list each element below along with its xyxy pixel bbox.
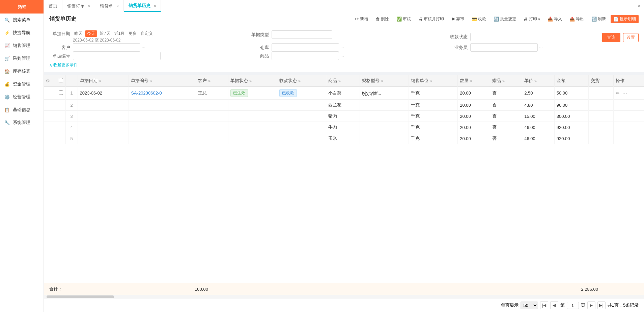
sidebar-item-purchase-mgmt[interactable]: 🛒 采购管理 <box>0 52 44 65</box>
more-icon[interactable]: ⋯ <box>622 90 627 96</box>
qty-sort-icon[interactable]: ⇅ <box>470 79 472 83</box>
tab-home[interactable]: 首页 <box>44 0 62 12</box>
orderno-input[interactable] <box>73 52 161 60</box>
filter-salesperson-cell: 业务员 ··· <box>447 43 639 52</box>
money-icon: 💰 <box>4 81 10 87</box>
cell-date: 2023-06-02 <box>78 87 129 100</box>
select-all-checkbox[interactable] <box>59 78 63 82</box>
cell-settings <box>44 133 56 144</box>
new-button[interactable]: + + 新增 <box>352 15 371 23</box>
sidebar-item-basic-info[interactable]: 📋 基础信息 <box>0 103 44 116</box>
goods-dots[interactable]: ··· <box>340 53 344 58</box>
tab-bar-close[interactable]: × <box>638 3 644 9</box>
spec-sort-icon[interactable]: ⇅ <box>381 79 383 83</box>
display-detail-button[interactable]: 📄 显示明细 <box>611 15 639 23</box>
pagination: 每页显示 20 50 100 |◀ ◀ 第 页 ▶ ▶| 共1页，5条记录 <box>44 298 644 312</box>
tab-sales-history-label: 销货单历史 <box>129 3 150 9</box>
data-table: ⚙ 单据日期 ⇅ <box>44 75 644 144</box>
order-status-sort-icon[interactable]: ⇅ <box>249 79 252 83</box>
col-checkbox-header <box>56 75 65 87</box>
shortcut-7days[interactable]: 近7天 <box>99 30 112 37</box>
warehouse-input[interactable] <box>272 43 339 52</box>
tab-sales-goods-close[interactable]: × <box>116 4 118 8</box>
sidebar-item-label: 搜索菜单 <box>13 17 30 23</box>
last-page-button[interactable]: ▶| <box>597 301 606 309</box>
sidebar-item-system-mgmt[interactable]: 🔧 系统管理 <box>0 116 44 129</box>
warehouse-dots[interactable]: ··· <box>340 45 344 50</box>
next-page-button[interactable]: ▶ <box>587 301 595 309</box>
horizontal-scrollbar[interactable] <box>44 295 644 298</box>
tab-sales-history[interactable]: 销货单历史 × <box>124 0 161 12</box>
type-select[interactable] <box>272 30 332 39</box>
tab-sales-goods[interactable]: 销货单 × <box>95 0 123 12</box>
sidebar-item-label: 资金管理 <box>13 81 30 87</box>
page-header: 销货单历史 + + 新增 🗑 删除 ✅ 审核 🖨 审核并打印 <box>44 12 644 26</box>
refresh-button[interactable]: 🔃 刷新 <box>589 15 609 23</box>
sidebar-item-inventory[interactable]: 🏠 库存核算 <box>0 65 44 78</box>
customer-sort-icon[interactable]: ⇅ <box>208 79 211 83</box>
sidebar-item-label: 基础信息 <box>13 107 30 113</box>
first-page-button[interactable]: |◀ <box>540 301 548 309</box>
warehouse-label: 仓库 <box>248 45 272 51</box>
sidebar-item-ops-mgmt[interactable]: ⚙️ 经营管理 <box>0 90 44 103</box>
export-button[interactable]: 📤 导出 <box>567 15 587 23</box>
table-row: 1 2023-06-02 SA-20230602-0 王总 已生效 已收款 小白… <box>44 87 644 100</box>
audit-button[interactable]: ✅ 审核 <box>394 15 414 23</box>
clipboard-icon: 📋 <box>4 107 10 113</box>
page-size-select[interactable]: 20 50 100 <box>521 302 538 309</box>
unit-sort-icon[interactable]: ⇅ <box>429 79 432 83</box>
tab-sales-order-close[interactable]: × <box>88 4 90 8</box>
table-settings-icon[interactable]: ⚙ <box>46 78 50 83</box>
cell-order-status <box>228 100 277 111</box>
salesperson-input[interactable] <box>470 43 538 52</box>
cell-spec <box>360 133 409 144</box>
orderno-sort-icon[interactable]: ⇅ <box>149 79 152 83</box>
edit-icon[interactable]: ✏ <box>616 90 620 96</box>
print-button[interactable]: 🖨 打印 ▾ <box>521 15 543 23</box>
tab-sales-history-close[interactable]: × <box>154 4 156 8</box>
audit-print-button[interactable]: 🖨 审核并打印 <box>416 15 447 23</box>
batch-change-button[interactable]: 🔄 批量变更 <box>491 15 519 23</box>
row-checkbox[interactable] <box>59 90 63 95</box>
gift-sort-icon[interactable]: ⇅ <box>502 79 505 83</box>
collapse-up-icon: ∧ <box>49 63 52 68</box>
abandon-button[interactable]: ✖ 弃审 <box>449 15 467 23</box>
payment-status-sort-icon[interactable]: ⇅ <box>298 79 301 83</box>
shortcut-yesterday[interactable]: 昨天 <box>73 30 84 37</box>
sidebar-item-quick-nav[interactable]: ⚡ 快捷导航 <box>0 26 44 39</box>
cell-customer <box>196 111 228 122</box>
shortcut-1month[interactable]: 近1月 <box>113 30 126 37</box>
payment-select[interactable] <box>470 33 602 41</box>
order-no-link[interactable]: SA-20230602-0 <box>131 90 162 96</box>
customer-dots[interactable]: ··· <box>142 45 145 50</box>
sidebar-item-sales-mgmt[interactable]: 📈 销售管理 <box>0 39 44 52</box>
sidebar-item-finance-mgmt[interactable]: 💰 资金管理 <box>0 78 44 90</box>
collapse-button[interactable]: ∧ 收起更多条件 <box>49 62 639 69</box>
page-number-input[interactable] <box>567 302 579 309</box>
shortcut-custom[interactable]: 自定义 <box>139 30 154 37</box>
shortcut-today[interactable]: 今天 <box>85 30 97 37</box>
goods-sort-icon[interactable]: ⇅ <box>338 79 341 83</box>
sidebar-item-search-menu[interactable]: 🔍 搜索菜单 <box>0 14 44 26</box>
import-button[interactable]: 📥 导入 <box>545 15 565 23</box>
salesperson-dots[interactable]: ··· <box>539 45 543 50</box>
audit-icon: ✅ <box>396 17 402 22</box>
tab-sales-order[interactable]: 销售订单 × <box>62 0 95 12</box>
shortcut-more[interactable]: 更多 <box>127 30 138 37</box>
cell-unit: 千克 <box>409 87 457 100</box>
sidebar-item-label: 系统管理 <box>13 120 30 126</box>
col-num-header <box>65 75 78 87</box>
goods-input[interactable] <box>272 52 339 60</box>
customer-input[interactable] <box>73 43 140 52</box>
query-button[interactable]: 查询 <box>602 33 620 42</box>
collect-button[interactable]: 💳 收款 <box>469 15 489 23</box>
price-sort-icon[interactable]: ⇅ <box>534 79 537 83</box>
delete-button[interactable]: 🗑 删除 <box>373 15 392 23</box>
cart-icon: 🛒 <box>4 55 10 61</box>
prev-page-button[interactable]: ◀ <box>550 301 558 309</box>
date-sort-icon[interactable]: ⇅ <box>99 79 101 83</box>
data-table-wrap: ⚙ 单据日期 ⇅ <box>44 75 644 283</box>
customer-label: 客户 <box>49 45 73 51</box>
settings-button[interactable]: 设置 <box>623 33 639 42</box>
cell-trade <box>588 133 614 144</box>
